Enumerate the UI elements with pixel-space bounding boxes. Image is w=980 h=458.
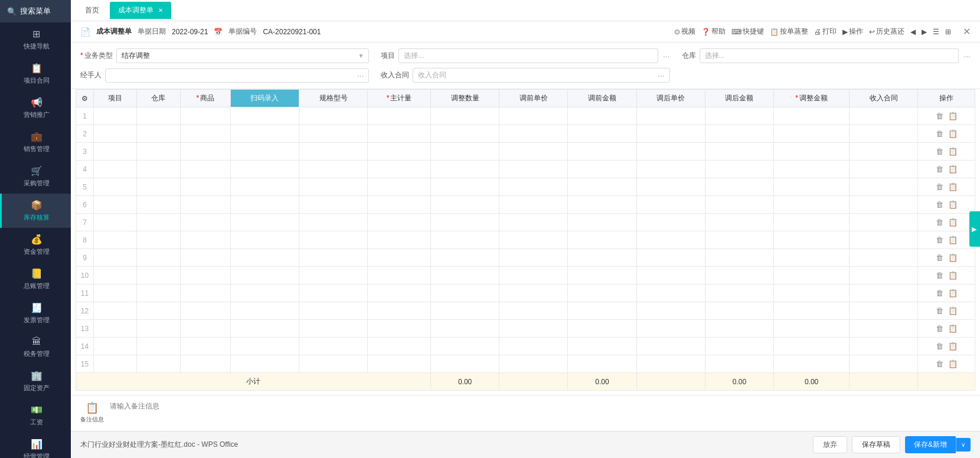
table-cell[interactable] [499, 249, 568, 267]
sidebar-search[interactable]: 🔍 搜索菜单 [0, 0, 71, 22]
toolbar-print[interactable]: 🖨 打印 [814, 27, 837, 37]
table-cell[interactable] [430, 143, 499, 161]
table-cell[interactable] [230, 125, 299, 143]
toolbar-list-view[interactable]: ☰ [933, 28, 939, 36]
table-cell[interactable] [137, 267, 180, 284]
table-cell[interactable] [636, 338, 705, 355]
table-cell[interactable] [636, 249, 705, 267]
table-cell[interactable] [368, 338, 431, 355]
table-cell[interactable] [368, 125, 431, 143]
sidebar-item-operations[interactable]: 📊 经营管理 [0, 433, 71, 458]
table-cell[interactable] [137, 161, 180, 178]
table-cell[interactable] [94, 143, 137, 161]
table-cell[interactable] [180, 231, 230, 249]
copy-row-button[interactable]: 📋 [947, 252, 959, 263]
sidebar-item-payroll[interactable]: 💵 工资 [0, 398, 71, 433]
table-cell[interactable] [230, 338, 299, 355]
table-cell[interactable] [499, 178, 568, 196]
copy-row-button[interactable]: 📋 [947, 305, 959, 316]
project-dots[interactable]: ··· [663, 51, 670, 61]
sidebar-item-quick-nav[interactable]: ⊞ 快捷导航 [0, 22, 71, 57]
copy-row-button[interactable]: 📋 [947, 163, 959, 175]
table-cell[interactable] [430, 107, 499, 125]
table-cell[interactable] [94, 284, 137, 302]
table-cell[interactable] [368, 107, 431, 125]
table-cell[interactable] [430, 178, 499, 196]
table-cell[interactable] [430, 161, 499, 178]
table-cell[interactable] [568, 355, 636, 373]
table-cell[interactable] [774, 231, 850, 249]
table-cell[interactable] [705, 320, 773, 338]
table-cell[interactable] [850, 249, 918, 267]
table-cell[interactable] [705, 249, 773, 267]
table-cell[interactable] [180, 214, 230, 231]
table-cell[interactable] [137, 125, 180, 143]
table-cell[interactable] [230, 214, 299, 231]
handler-input[interactable]: ··· [105, 68, 369, 83]
table-cell[interactable] [368, 178, 431, 196]
table-cell[interactable] [850, 196, 918, 214]
table-cell[interactable] [636, 231, 705, 249]
table-cell[interactable] [850, 338, 918, 355]
table-cell[interactable] [850, 125, 918, 143]
table-cell[interactable] [636, 302, 705, 320]
table-cell[interactable] [368, 320, 431, 338]
table-cell[interactable] [180, 355, 230, 373]
sidebar-item-invoice[interactable]: 🧾 发票管理 [0, 296, 71, 331]
tab-close-icon[interactable]: ✕ [158, 7, 163, 14]
table-cell[interactable] [137, 320, 180, 338]
save-new-button[interactable]: 保存&新增 [905, 436, 956, 453]
notes-input[interactable] [110, 401, 971, 425]
table-cell[interactable] [705, 302, 773, 320]
delete-row-button[interactable]: 🗑 [935, 217, 945, 228]
table-cell[interactable] [568, 231, 636, 249]
table-cell[interactable] [636, 320, 705, 338]
table-cell[interactable] [499, 320, 568, 338]
table-cell[interactable] [850, 302, 918, 320]
sidebar-item-assets[interactable]: 🏢 固定资产 [0, 364, 71, 398]
table-cell[interactable] [137, 143, 180, 161]
table-cell[interactable] [430, 320, 499, 338]
project-select[interactable]: 选择... [398, 48, 658, 63]
copy-row-button[interactable]: 📋 [947, 128, 959, 139]
doc-close-button[interactable]: ✕ [963, 26, 971, 37]
copy-row-button[interactable]: 📋 [947, 199, 959, 210]
table-cell[interactable] [636, 355, 705, 373]
copy-row-button[interactable]: 📋 [947, 341, 959, 352]
tab-cost-adjust[interactable]: 成本调整单 ✕ [110, 2, 171, 19]
table-cell[interactable] [499, 214, 568, 231]
table-cell[interactable] [230, 355, 299, 373]
table-cell[interactable] [368, 214, 431, 231]
table-cell[interactable] [499, 284, 568, 302]
table-cell[interactable] [230, 143, 299, 161]
table-cell[interactable] [368, 143, 431, 161]
table-cell[interactable] [774, 178, 850, 196]
delete-row-button[interactable]: 🗑 [935, 270, 945, 281]
delete-row-button[interactable]: 🗑 [935, 358, 945, 369]
table-cell[interactable] [499, 125, 568, 143]
table-cell[interactable] [850, 267, 918, 284]
table-cell[interactable] [137, 284, 180, 302]
table-cell[interactable] [705, 125, 773, 143]
table-cell[interactable] [230, 161, 299, 178]
date-picker-icon[interactable]: 📅 [214, 28, 223, 36]
table-cell[interactable] [299, 267, 368, 284]
col-scan[interactable]: 扫码录入 [230, 90, 299, 107]
table-cell[interactable] [850, 231, 918, 249]
table-cell[interactable] [94, 107, 137, 125]
table-cell[interactable] [499, 267, 568, 284]
table-cell[interactable] [94, 355, 137, 373]
copy-row-button[interactable]: 📋 [947, 323, 959, 334]
table-cell[interactable] [430, 302, 499, 320]
table-cell[interactable] [499, 302, 568, 320]
table-cell[interactable] [568, 161, 636, 178]
table-cell[interactable] [499, 196, 568, 214]
delete-row-button[interactable]: 🗑 [935, 287, 945, 299]
income-contract-dots[interactable]: ··· [658, 71, 665, 80]
table-cell[interactable] [850, 178, 918, 196]
table-cell[interactable] [850, 107, 918, 125]
table-cell[interactable] [705, 355, 773, 373]
table-cell[interactable] [774, 125, 850, 143]
business-type-select[interactable]: 结存调整 ▼ [116, 48, 370, 63]
delete-row-button[interactable]: 🗑 [935, 199, 945, 210]
